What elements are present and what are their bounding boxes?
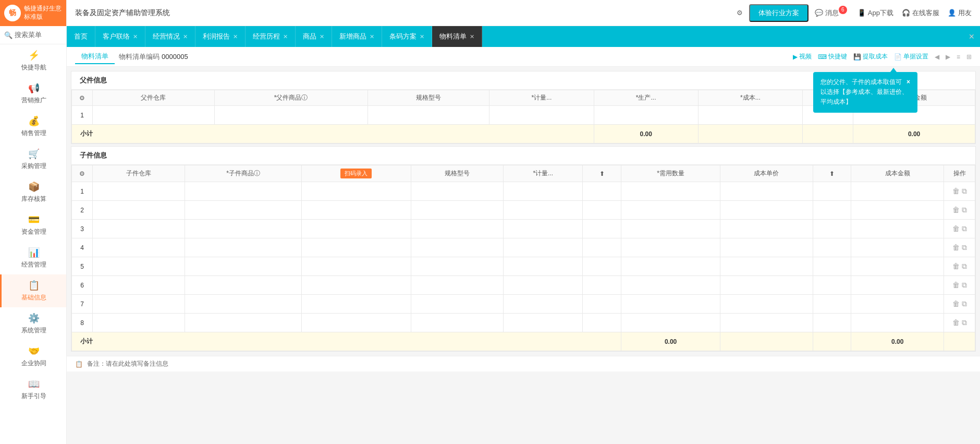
child-row-extra-5[interactable] (583, 276, 621, 295)
user-menu[interactable]: 👤 用友 (948, 8, 972, 18)
sidebar-item-quick-nav[interactable]: ⚡ 快捷导航 (0, 44, 66, 77)
sub-tab-bom-list[interactable]: 物料清单 (75, 50, 115, 64)
child-row-unit-6[interactable] (504, 295, 583, 314)
copy-icon-2[interactable]: ⧉ (962, 224, 967, 233)
shortcut-button[interactable]: ⌨ 快捷键 (818, 52, 847, 61)
child-row-unit-7[interactable] (504, 314, 583, 332)
close-all-tabs[interactable]: ✕ (963, 32, 980, 41)
parent-row-production[interactable] (594, 106, 698, 125)
child-row-scan-3[interactable] (301, 238, 411, 257)
child-row-extra-1[interactable] (583, 201, 621, 220)
sidebar-item-system[interactable]: ⚙️ 系统管理 (0, 307, 66, 340)
child-row-spec-5[interactable] (411, 276, 503, 295)
child-row-spec-0[interactable] (411, 182, 503, 201)
parent-row-product[interactable] (214, 106, 368, 125)
child-row-qty-6[interactable] (621, 295, 720, 314)
child-row-scan-7[interactable] (301, 314, 411, 332)
child-col-gear[interactable]: ⚙ (72, 165, 93, 182)
sidebar-item-operation[interactable]: 📊 经营管理 (0, 242, 66, 274)
extract-cost-button[interactable]: 💾 提取成本 (853, 52, 888, 61)
tab-close-history[interactable]: ✕ (283, 33, 288, 40)
child-row-warehouse-5[interactable] (93, 276, 185, 295)
child-row-unit-cost-1[interactable] (720, 201, 813, 220)
sidebar-item-finance[interactable]: 💳 资金管理 (0, 209, 66, 242)
parent-row-unit[interactable] (489, 106, 594, 125)
child-row-qty-1[interactable] (621, 201, 720, 220)
copy-icon-6[interactable]: ⧉ (962, 299, 967, 308)
child-row-extra2-1[interactable] (813, 201, 851, 220)
app-download-button[interactable]: 📱 App下载 (858, 8, 893, 18)
delete-icon-2[interactable]: 🗑 (952, 224, 960, 233)
delete-icon-1[interactable]: 🗑 (952, 206, 960, 214)
delete-icon-7[interactable]: 🗑 (952, 318, 960, 327)
copy-icon-7[interactable]: ⧉ (962, 318, 967, 327)
child-row-warehouse-2[interactable] (93, 220, 185, 238)
child-row-warehouse-3[interactable] (93, 238, 185, 257)
child-row-qty-3[interactable] (621, 238, 720, 257)
child-row-product-1[interactable] (185, 201, 301, 220)
child-row-spec-4[interactable] (411, 257, 503, 276)
parent-col-gear[interactable]: ⚙ (72, 90, 93, 106)
settings-icon[interactable]: ⚙ (737, 9, 743, 17)
copy-icon-3[interactable]: ⧉ (962, 243, 967, 252)
online-service-button[interactable]: 🎧 在线客服 (902, 8, 939, 18)
child-row-qty-2[interactable] (621, 220, 720, 238)
sidebar-item-purchase[interactable]: 🛒 采购管理 (0, 143, 66, 176)
tab-profit[interactable]: 利润报告 ✕ (195, 26, 246, 47)
child-row-warehouse-1[interactable] (93, 201, 185, 220)
child-row-unit-cost-5[interactable] (720, 276, 813, 295)
parent-row-spec[interactable] (368, 106, 489, 125)
copy-icon-4[interactable]: ⧉ (962, 262, 967, 271)
parent-row-warehouse[interactable] (93, 106, 215, 125)
nav-next-icon[interactable]: ▶ (946, 53, 950, 61)
video-button[interactable]: ▶ 视频 (793, 52, 812, 61)
delete-icon-5[interactable]: 🗑 (952, 281, 960, 290)
child-row-warehouse-4[interactable] (93, 257, 185, 276)
child-row-extra-3[interactable] (583, 238, 621, 257)
child-row-unit-3[interactable] (504, 238, 583, 257)
child-row-warehouse-0[interactable] (93, 182, 185, 201)
delete-icon-0[interactable]: 🗑 (952, 187, 960, 196)
sidebar-item-marketing[interactable]: 📢 营销推广 (0, 77, 66, 110)
tab-close-barcode[interactable]: ✕ (420, 33, 424, 40)
child-row-scan-6[interactable] (301, 295, 411, 314)
expand-icon[interactable]: ⊞ (966, 53, 972, 61)
child-row-spec-7[interactable] (411, 314, 503, 332)
child-row-qty-5[interactable] (621, 276, 720, 295)
child-row-product-6[interactable] (185, 295, 301, 314)
child-row-unit-4[interactable] (504, 257, 583, 276)
messages-button[interactable]: 💬 消息 6 (815, 8, 849, 18)
child-row-extra-7[interactable] (583, 314, 621, 332)
tab-history[interactable]: 经营历程 ✕ (246, 26, 296, 47)
child-row-unit-2[interactable] (504, 220, 583, 238)
tab-close-bom[interactable]: ✕ (470, 33, 474, 40)
child-row-spec-1[interactable] (411, 201, 503, 220)
child-row-product-5[interactable] (185, 276, 301, 295)
child-row-scan-1[interactable] (301, 201, 411, 220)
child-row-unit-cost-6[interactable] (720, 295, 813, 314)
tab-operation-status[interactable]: 经营情况 ✕ (145, 26, 195, 47)
search-menu-item[interactable]: 🔍 搜索菜单 (0, 26, 66, 44)
child-row-spec-6[interactable] (411, 295, 503, 314)
copy-icon-0[interactable]: ⧉ (962, 187, 967, 196)
delete-icon-4[interactable]: 🗑 (952, 262, 960, 271)
scan-input-button[interactable]: 扫码录入 (340, 169, 372, 178)
child-row-product-7[interactable] (185, 314, 301, 332)
child-row-extra-6[interactable] (583, 295, 621, 314)
child-row-extra-0[interactable] (583, 182, 621, 201)
child-row-qty-7[interactable] (621, 314, 720, 332)
delete-icon-3[interactable]: 🗑 (952, 243, 960, 252)
tab-new-product[interactable]: 新增商品 ✕ (332, 26, 382, 47)
child-row-extra2-3[interactable] (813, 238, 851, 257)
child-row-spec-3[interactable] (411, 238, 503, 257)
tab-close-product[interactable]: ✕ (320, 33, 324, 40)
child-row-extra2-5[interactable] (813, 276, 851, 295)
grid-view-icon[interactable]: ≡ (957, 53, 960, 61)
child-row-unit-cost-4[interactable] (720, 257, 813, 276)
child-row-extra2-4[interactable] (813, 257, 851, 276)
tab-barcode[interactable]: 条码方案 ✕ (382, 26, 432, 47)
child-row-extra2-2[interactable] (813, 220, 851, 238)
copy-icon-5[interactable]: ⧉ (962, 281, 967, 290)
doc-settings-button[interactable]: 📄 单据设置 (894, 52, 928, 61)
child-row-warehouse-7[interactable] (93, 314, 185, 332)
